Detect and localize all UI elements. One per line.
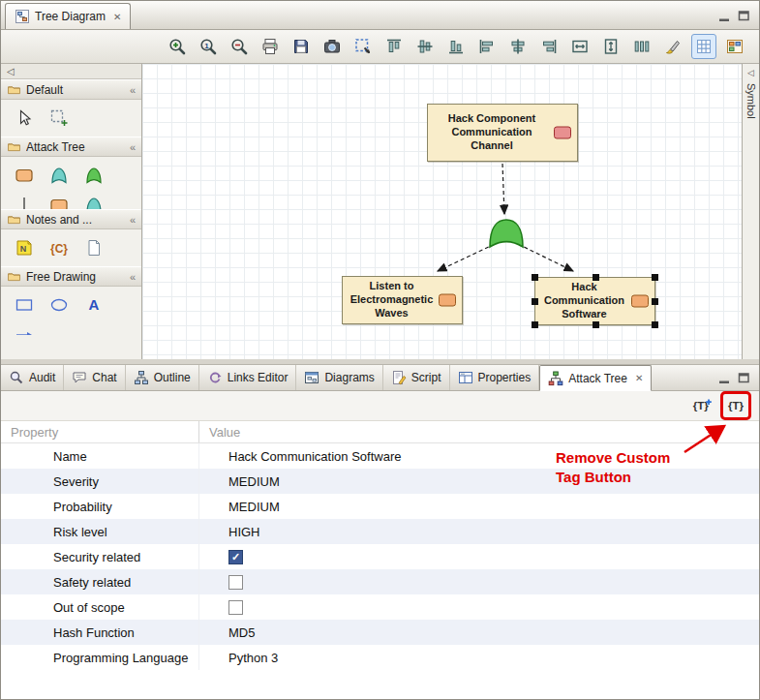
zoom-out-button[interactable] bbox=[227, 34, 252, 59]
grid-button[interactable] bbox=[691, 34, 716, 59]
text-icon: A bbox=[84, 295, 104, 315]
zoom-actual-button[interactable]: 1 bbox=[196, 34, 221, 59]
align-center-button[interactable] bbox=[505, 34, 531, 59]
align-bottom-button[interactable] bbox=[443, 34, 469, 59]
ellipse-tool[interactable] bbox=[47, 293, 71, 317]
align-top-button[interactable] bbox=[381, 34, 407, 59]
basic-event-tool[interactable] bbox=[47, 194, 71, 209]
distribute-button[interactable] bbox=[629, 34, 654, 59]
tab-properties[interactable]: Properties bbox=[450, 365, 540, 390]
property-value[interactable]: MEDIUM bbox=[228, 474, 280, 489]
table-row[interactable]: Programming LanguagePython 3 bbox=[1, 645, 759, 670]
basic-event-tool[interactable] bbox=[13, 164, 36, 187]
selection-handle[interactable] bbox=[532, 321, 538, 328]
tab-audit[interactable]: Audit bbox=[1, 365, 64, 390]
selection-handle[interactable] bbox=[652, 321, 658, 328]
align-right-button[interactable] bbox=[536, 34, 562, 59]
checkbox[interactable] bbox=[228, 600, 243, 615]
selection-handle[interactable] bbox=[532, 298, 538, 305]
table-row[interactable]: Safety related bbox=[1, 569, 759, 594]
constraint-tool[interactable]: {C} bbox=[47, 236, 71, 259]
node-hack-component-communication-channel[interactable]: Hack Component Communication Channel bbox=[427, 104, 578, 162]
close-icon[interactable]: ✕ bbox=[635, 373, 643, 383]
connector-tool[interactable] bbox=[13, 194, 36, 209]
pin-palette-icon[interactable]: « bbox=[130, 214, 136, 226]
pin-palette-icon[interactable]: « bbox=[130, 271, 136, 283]
column-header-value[interactable]: Value bbox=[199, 425, 240, 440]
zoom-in-button[interactable] bbox=[165, 34, 190, 59]
format-brush-button[interactable] bbox=[660, 34, 685, 59]
checkbox[interactable] bbox=[228, 575, 243, 590]
rectangle-tool[interactable] bbox=[13, 293, 36, 317]
symbol-panel-strip[interactable]: ◁ Symbol bbox=[742, 64, 759, 359]
property-value[interactable]: MD5 bbox=[228, 625, 255, 640]
table-row[interactable]: ProbabilityMEDIUM bbox=[1, 494, 759, 519]
symbol-editor-button[interactable] bbox=[722, 34, 747, 59]
tab-outline[interactable]: Outline bbox=[126, 365, 199, 390]
checkbox[interactable]: ✓ bbox=[228, 550, 243, 564]
tab-diagrams[interactable]: Diagrams bbox=[296, 365, 382, 390]
collapse-arrow-icon[interactable]: ◁ bbox=[747, 68, 754, 77]
svg-text:{C}: {C} bbox=[50, 242, 68, 256]
marquee-tool[interactable] bbox=[47, 107, 71, 130]
remove-tag-button[interactable]: {T} bbox=[723, 394, 748, 417]
panel-tabs: AuditChatOutlineLinks EditorDiagramsScri… bbox=[1, 365, 652, 390]
diagram-canvas[interactable]: Hack Component Communication Channel Lis… bbox=[142, 64, 742, 359]
add-tag-button[interactable]: {T} bbox=[690, 394, 715, 417]
and-gate-shape[interactable] bbox=[487, 217, 526, 254]
maximize-icon[interactable] bbox=[736, 8, 751, 23]
pin-palette-icon[interactable]: « bbox=[130, 84, 136, 96]
align-left-button[interactable] bbox=[474, 34, 500, 59]
palette-collapse-button[interactable]: ◁ bbox=[7, 66, 15, 76]
arrow-line-tool[interactable] bbox=[13, 323, 36, 335]
selection-handle[interactable] bbox=[593, 274, 599, 281]
palette-section-default[interactable]: Default« bbox=[1, 79, 141, 100]
table-row[interactable]: Hash FunctionMD5 bbox=[1, 620, 759, 645]
node-listen-to-electromagnetic-waves[interactable]: Listen to Electromagnetic Waves bbox=[342, 276, 463, 324]
selection-handle[interactable] bbox=[652, 298, 658, 305]
editor-tab-label: Tree Diagram bbox=[35, 10, 106, 23]
or-gate-tool[interactable] bbox=[82, 194, 106, 209]
palette-section-label: Notes and ... bbox=[26, 213, 125, 227]
selection-handle[interactable] bbox=[593, 321, 599, 328]
minimize-icon[interactable] bbox=[716, 8, 732, 23]
tab-attack-tree[interactable]: Attack Tree✕ bbox=[539, 365, 652, 391]
selection-handle[interactable] bbox=[652, 274, 658, 281]
tab-tree-diagram[interactable]: Tree Diagram ✕ bbox=[5, 3, 131, 29]
palette-section-notes-and[interactable]: Notes and ...« bbox=[1, 209, 141, 229]
maximize-icon[interactable] bbox=[736, 370, 751, 385]
pin-palette-icon[interactable]: « bbox=[130, 141, 136, 153]
text-tool[interactable]: A bbox=[82, 293, 106, 317]
column-header-property[interactable]: Property bbox=[1, 421, 199, 442]
table-row[interactable]: Risk levelHIGH bbox=[1, 519, 759, 544]
print-button[interactable] bbox=[258, 34, 283, 59]
property-value[interactable]: HIGH bbox=[228, 525, 260, 539]
table-row[interactable]: Out of scope bbox=[1, 594, 759, 620]
save-button[interactable] bbox=[289, 34, 314, 59]
document-tool[interactable] bbox=[82, 236, 106, 259]
tab-script[interactable]: Script bbox=[383, 365, 450, 390]
match-height-button[interactable] bbox=[598, 34, 623, 59]
palette-section-free-drawing[interactable]: Free Drawing« bbox=[1, 266, 141, 287]
property-value[interactable]: MEDIUM bbox=[228, 500, 280, 514]
export-selection-button[interactable] bbox=[350, 34, 376, 59]
table-row[interactable]: Security related✓ bbox=[1, 544, 759, 569]
cursor-tool[interactable] bbox=[13, 107, 36, 130]
and-gate-tool[interactable] bbox=[82, 164, 106, 187]
tab-links-editor[interactable]: Links Editor bbox=[199, 365, 297, 390]
or-gate-tool[interactable] bbox=[47, 164, 71, 187]
palette-section-attack-tree[interactable]: Attack Tree« bbox=[1, 137, 141, 157]
selection-handle[interactable] bbox=[532, 274, 538, 281]
node-hack-communication-software[interactable]: Hack Communication Software bbox=[534, 277, 655, 325]
close-icon[interactable]: ✕ bbox=[113, 12, 121, 22]
align-middle-button[interactable] bbox=[412, 34, 438, 59]
screenshot-button[interactable] bbox=[319, 34, 345, 59]
match-width-button[interactable] bbox=[567, 34, 593, 59]
note-tool[interactable]: N bbox=[13, 236, 36, 259]
minimize-icon[interactable] bbox=[716, 370, 732, 385]
node-label: Hack Component Communication Channel bbox=[432, 112, 552, 152]
palette-header: ◁ bbox=[1, 64, 141, 79]
property-value[interactable]: Hack Communication Software bbox=[228, 449, 401, 464]
tab-chat[interactable]: Chat bbox=[64, 365, 125, 390]
property-value[interactable]: Python 3 bbox=[228, 651, 278, 665]
